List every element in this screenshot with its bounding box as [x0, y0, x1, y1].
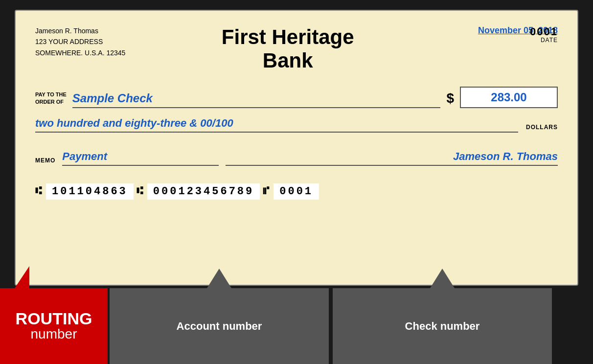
signature-line: Jameson R. Thomas: [226, 150, 558, 166]
written-amount-line: two hundred and eighty-three & 00/100: [35, 117, 518, 133]
check-number-label: Check number: [333, 288, 552, 364]
signature-value: Jameson R. Thomas: [453, 150, 558, 162]
written-amount-row: two hundred and eighty-three & 00/100 DO…: [35, 117, 558, 133]
micr-check-separator: ⑈: [263, 185, 271, 198]
account-arrow: [207, 269, 231, 288]
pay-name-value: Sample Check: [72, 91, 153, 105]
routing-title: ROUTING: [16, 310, 92, 327]
micr-routing-end: ⑆: [137, 185, 144, 198]
written-amount-text: two hundred and eighty-three & 00/100: [35, 117, 233, 129]
spacer-right: [554, 288, 593, 364]
check-label-text: Check number: [405, 320, 480, 333]
payee-name-address: Jameson R. Thomas: [35, 25, 125, 36]
memo-line: Payment: [62, 150, 219, 166]
routing-label: ROUTING number: [0, 288, 108, 364]
check-header: Jameson R. Thomas 123 YOUR ADDRESS SOMEW…: [35, 25, 558, 73]
micr-routing-number: 101104863: [46, 183, 134, 200]
pay-to-label: PAY TO THE ORDER OF: [35, 91, 67, 106]
payee-address-line1: 123 YOUR ADDRESS: [35, 36, 125, 47]
check-number-display: 0001: [530, 25, 558, 38]
bank-name: First Heritage Bank: [135, 25, 440, 73]
dollar-sign: $: [446, 91, 454, 106]
payee-address-line2: SOMEWHERE. U.S.A. 12345: [35, 47, 125, 58]
pay-name-line: Sample Check: [72, 91, 441, 108]
routing-arrow: [15, 266, 29, 288]
dollars-label: DOLLARS: [526, 124, 558, 131]
micr-account-number: 000123456789: [147, 183, 260, 200]
memo-row: MEMO Payment Jameson R. Thomas: [35, 150, 558, 166]
memo-value: Payment: [62, 150, 107, 162]
account-label-text: Account number: [177, 320, 262, 333]
bottom-annotation-area: ROUTING number Account number Check numb…: [0, 288, 593, 364]
check-number-arrow: [430, 269, 455, 288]
amount-box: 283.00: [460, 87, 558, 108]
payee-address: Jameson R. Thomas 123 YOUR ADDRESS SOMEW…: [35, 25, 125, 58]
memo-label: MEMO: [35, 157, 55, 164]
micr-row: ⑆ 101104863 ⑆ 000123456789 ⑈ 0001: [35, 183, 558, 200]
routing-subtitle: number: [31, 327, 77, 342]
pay-to-row: PAY TO THE ORDER OF Sample Check $ 283.0…: [35, 87, 558, 108]
micr-routing-start: ⑆: [35, 185, 43, 198]
micr-check-number: 0001: [274, 183, 319, 200]
check: 0001 Jameson R. Thomas 123 YOUR ADDRESS …: [15, 10, 578, 286]
account-number-label: Account number: [110, 288, 329, 364]
